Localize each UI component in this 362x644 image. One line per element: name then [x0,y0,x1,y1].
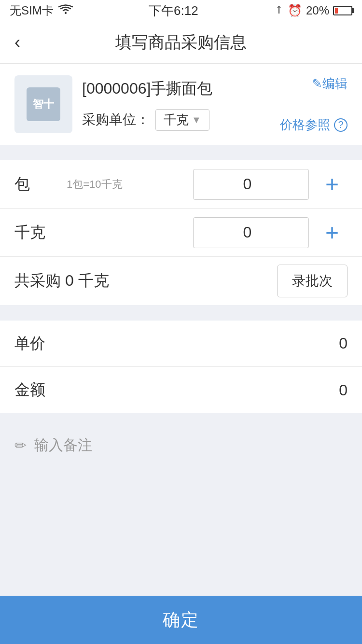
price-section: 单价 0 金额 0 [0,321,362,413]
amount-label: 金额 [14,379,45,401]
kg-input-row: 千克 + [0,209,362,257]
kg-input-wrapper: + [63,217,348,248]
product-card: 智十 [0000006]手撕面包 采购单位： 千克 ▼ ✎编辑 价格参照 ? [0,64,362,145]
input-section: 包 1包=10千克 + 千克 + 共采购 0 千克 录批次 [0,160,362,305]
page-title: 填写商品采购信息 [115,31,247,54]
confirm-button[interactable]: 确定 [0,596,362,644]
battery-icon [333,6,352,15]
kg-label: 千克 [14,222,63,243]
bao-sublabel: 1包=10千克 [67,177,123,192]
wifi-icon [58,4,73,17]
bao-input-wrapper: + [123,169,348,200]
unit-price-label: 单价 [14,333,45,354]
alarm-icon: ⏰ [288,4,302,17]
edit-button[interactable]: ✎编辑 [312,75,348,92]
status-bar: 无SIM卡 下午6:12 ⏰ 20% [0,0,362,21]
unit-select[interactable]: 千克 ▼ [155,109,209,131]
bao-label: 包 [14,174,63,195]
carrier-text: 无SIM卡 [10,3,54,18]
unit-price-value: 0 [339,335,348,352]
product-name: [0000006]手撕面包 [82,78,348,99]
content-spacer [0,470,362,615]
unit-value: 千克 [164,112,189,128]
unit-price-row: 单价 0 [0,321,362,367]
note-placeholder: 输入备注 [34,435,92,455]
nav-bar: ‹ 填写商品采购信息 [0,21,362,64]
product-logo: 智十 [27,87,60,121]
price-ref-label: 价格参照 [280,116,330,133]
status-time: 下午6:12 [149,2,198,19]
unit-dropdown-arrow: ▼ [192,114,201,126]
separator-2 [0,305,362,313]
product-image: 智十 [14,75,72,133]
price-ref-button[interactable]: 价格参照 ? [280,116,348,133]
unit-label: 采购单位： [82,111,150,129]
status-left: 无SIM卡 [10,3,73,18]
price-ref-help-icon[interactable]: ? [334,118,348,132]
confirm-button-wrap: 确定 [0,596,362,644]
bao-input-row: 包 1包=10千克 + [0,160,362,209]
back-button[interactable]: ‹ [14,32,20,53]
kg-input[interactable] [193,217,309,248]
record-batch-button[interactable]: 录批次 [277,265,348,297]
note-section[interactable]: ✏ 输入备注 [0,421,362,470]
amount-row: 金额 0 [0,367,362,413]
separator-1 [0,153,362,160]
bao-plus-button[interactable]: + [317,169,348,200]
svg-point-0 [65,12,67,14]
summary-text: 共采购 0 千克 [14,270,109,292]
kg-plus-button[interactable]: + [317,217,348,248]
amount-value: 0 [339,381,348,399]
note-icon: ✏ [14,437,27,454]
status-right: ⏰ 20% [274,4,352,17]
battery-percent: 20% [306,4,329,17]
summary-row: 共采购 0 千克 录批次 [0,257,362,305]
location-icon [274,4,284,17]
bao-input[interactable] [193,169,309,200]
